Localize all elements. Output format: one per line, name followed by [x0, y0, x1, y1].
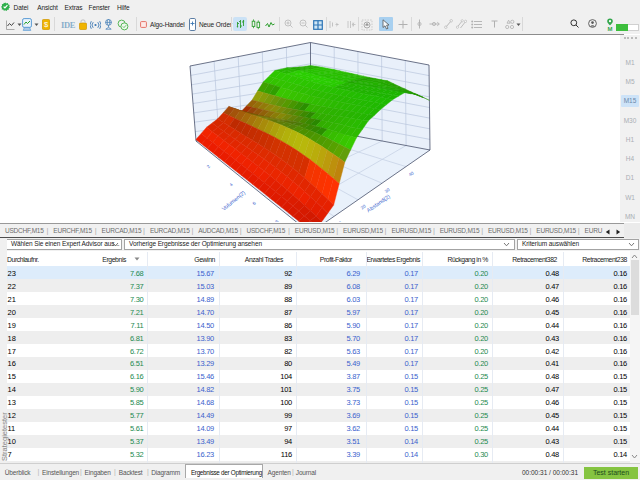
- svg-text:10: 10: [336, 220, 343, 222]
- svg-text:Volumen(2): Volumen(2): [221, 189, 247, 211]
- svg-text:4: 4: [229, 182, 235, 188]
- svg-text:M: M: [608, 26, 613, 32]
- svg-text:40: 40: [408, 170, 415, 177]
- svg-text:Abstand(2): Abstand(2): [366, 193, 392, 213]
- svg-text:8: 8: [274, 219, 280, 222]
- svg-text:6: 6: [251, 200, 257, 206]
- svg-text:2: 2: [206, 164, 212, 170]
